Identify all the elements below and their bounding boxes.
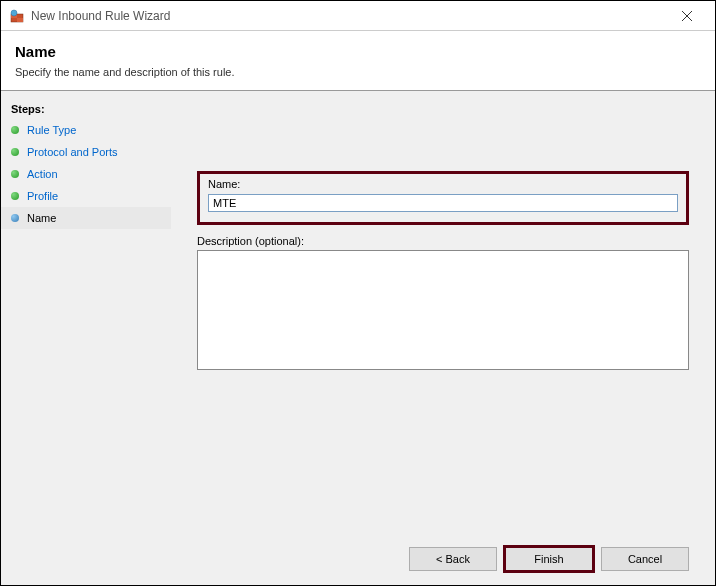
firewall-icon bbox=[9, 8, 25, 24]
back-button[interactable]: < Back bbox=[409, 547, 497, 571]
name-label: Name: bbox=[208, 178, 678, 190]
button-row: < Back Finish Cancel bbox=[409, 547, 689, 571]
steps-heading: Steps: bbox=[1, 99, 171, 119]
step-label: Action bbox=[27, 168, 58, 180]
step-label: Profile bbox=[27, 190, 58, 202]
bullet-icon bbox=[11, 126, 19, 134]
description-label: Description (optional): bbox=[197, 235, 689, 247]
step-protocol-ports[interactable]: Protocol and Ports bbox=[1, 141, 171, 163]
step-action[interactable]: Action bbox=[1, 163, 171, 185]
bullet-icon bbox=[11, 148, 19, 156]
svg-point-3 bbox=[11, 10, 17, 16]
bullet-icon bbox=[11, 214, 19, 222]
wizard-body: Steps: Rule Type Protocol and Ports Acti… bbox=[1, 90, 715, 585]
name-highlight: Name: bbox=[197, 171, 689, 225]
step-label: Protocol and Ports bbox=[27, 146, 118, 158]
svg-rect-2 bbox=[17, 18, 23, 22]
close-icon bbox=[682, 11, 692, 21]
step-profile[interactable]: Profile bbox=[1, 185, 171, 207]
close-button[interactable] bbox=[667, 2, 707, 30]
page-title: Name bbox=[15, 43, 701, 60]
bullet-icon bbox=[11, 170, 19, 178]
step-name[interactable]: Name bbox=[1, 207, 171, 229]
titlebar: New Inbound Rule Wizard bbox=[1, 1, 715, 31]
content-area: Name: Description (optional): < Back Fin… bbox=[171, 91, 715, 585]
wizard-window: New Inbound Rule Wizard Name Specify the… bbox=[0, 0, 716, 586]
finish-button[interactable]: Finish bbox=[505, 547, 593, 571]
cancel-button[interactable]: Cancel bbox=[601, 547, 689, 571]
steps-sidebar: Steps: Rule Type Protocol and Ports Acti… bbox=[1, 91, 171, 585]
window-title: New Inbound Rule Wizard bbox=[31, 9, 667, 23]
page-subtitle: Specify the name and description of this… bbox=[15, 66, 701, 78]
name-input[interactable] bbox=[208, 194, 678, 212]
wizard-header: Name Specify the name and description of… bbox=[1, 31, 715, 90]
bullet-icon bbox=[11, 192, 19, 200]
step-label: Name bbox=[27, 212, 56, 224]
description-input[interactable] bbox=[197, 250, 689, 370]
step-rule-type[interactable]: Rule Type bbox=[1, 119, 171, 141]
step-label: Rule Type bbox=[27, 124, 76, 136]
